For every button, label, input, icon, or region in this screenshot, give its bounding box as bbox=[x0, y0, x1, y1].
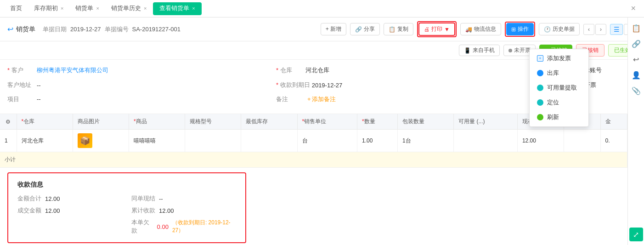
menu-item-add-invoice[interactable]: + 添加发票 bbox=[530, 51, 588, 66]
logistics-button[interactable]: 🚚 物流信息 bbox=[460, 23, 501, 35]
tab-inventory-close[interactable]: × bbox=[61, 6, 63, 11]
payment-due: 本单欠款 0.00 （收款到期日: 2019-12-27） bbox=[131, 218, 236, 235]
payment-grid: 金额合计 12.00 同单现结 -- 成交金额 12.00 累计收款 12.00… bbox=[17, 194, 236, 235]
menu-item-outbound[interactable]: 出库 bbox=[530, 66, 588, 80]
copy-button[interactable]: 📋 复制 bbox=[384, 23, 413, 35]
doc-meta-section: 单据日期 2019-12-27 单据编号 SA-20191227-001 bbox=[43, 25, 181, 34]
document-header: ↩ 销货单 单据日期 2019-12-27 单据编号 SA-20191227-0… bbox=[0, 17, 644, 41]
subtotal-label: 小计 bbox=[0, 152, 627, 168]
tab-home[interactable]: 首页 bbox=[5, 1, 28, 16]
cumulative-label: 累计收款 bbox=[131, 206, 155, 215]
print-button[interactable]: 🖨 打印 ▼ bbox=[418, 23, 455, 36]
add-note-button[interactable]: + 添加备注 bbox=[307, 95, 336, 103]
project-label: 项目 bbox=[7, 95, 35, 103]
payment-info-box: 收款信息 金额合计 12.00 同单现结 -- 成交金额 12.00 累计收款 … bbox=[7, 172, 246, 243]
payment-total-value: 12.00 bbox=[45, 195, 60, 202]
customer-value[interactable]: 柳州粤港平安气体有限公司 bbox=[35, 65, 110, 75]
td-current-stock: 12.00 bbox=[517, 130, 564, 152]
tab-sales-close[interactable]: × bbox=[96, 6, 99, 11]
td-min-stock bbox=[241, 130, 297, 152]
same-order-label: 同单现结 bbox=[131, 194, 155, 203]
td-model bbox=[185, 130, 241, 152]
add-note-label: 添加备注 bbox=[312, 95, 336, 103]
sidebar-icon-attachment[interactable]: 📎 bbox=[629, 84, 643, 97]
address-label: 客户地址 bbox=[7, 81, 35, 89]
th-quantity: *数量 bbox=[357, 114, 397, 130]
outbound-icon bbox=[537, 70, 543, 76]
sidebar-icon-user[interactable]: 👤 bbox=[629, 68, 643, 82]
copy-label: 复制 bbox=[397, 25, 408, 33]
product-image: 📦 bbox=[78, 133, 92, 148]
td-pack-qty: 1台 bbox=[397, 130, 453, 152]
payment-transaction: 成交金额 12.00 bbox=[17, 206, 122, 215]
share-label: 分享 bbox=[364, 25, 375, 33]
td-product: 嘻嘻嘻嘻 bbox=[129, 130, 185, 152]
history-button[interactable]: 🕐 历史单据 bbox=[539, 23, 580, 35]
tab-view-sales-close[interactable]: × bbox=[192, 6, 195, 11]
print-icon: 🖨 bbox=[424, 26, 429, 33]
operations-dropdown: + 添加发票 出库 可用量提取 定位 刷新 bbox=[529, 49, 589, 127]
ops-highlight-border: ⊞ 操作 bbox=[505, 22, 535, 37]
tab-view-sales[interactable]: 查看销货单 × bbox=[153, 2, 201, 15]
nav-arrows: ‹ › bbox=[583, 24, 606, 35]
payment-same-order: 同单现结 -- bbox=[131, 194, 236, 203]
sidebar-icon-clipboard[interactable]: 📋 bbox=[629, 21, 643, 35]
operations-button[interactable]: ⊞ 操作 bbox=[506, 23, 534, 35]
th-min-stock: 最低库存 bbox=[241, 114, 297, 130]
tab-inventory-label: 库存期初 bbox=[34, 4, 58, 12]
payment-title: 收款信息 bbox=[17, 181, 236, 189]
td-available bbox=[454, 130, 518, 152]
sidebar-icon-expand[interactable]: ⤢ bbox=[629, 228, 643, 241]
th-amount: 金 bbox=[600, 114, 627, 130]
tab-sales-history-label: 销货单历史 bbox=[111, 4, 141, 12]
tab-inventory[interactable]: 库存期初 × bbox=[28, 1, 69, 16]
new-button[interactable]: + 新增 bbox=[321, 23, 346, 35]
warehouse-label: 仓库 bbox=[276, 66, 304, 74]
sidebar-icon-link[interactable]: 🔗 bbox=[629, 37, 643, 51]
doc-date-label: 单据日期 bbox=[43, 25, 67, 34]
payment-date-value: 2019-12-27 bbox=[310, 81, 345, 90]
due-note: （收款到期日: 2019-12-27） bbox=[172, 219, 236, 234]
payment-date-label: 收款到期日 bbox=[276, 81, 310, 89]
next-arrow[interactable]: › bbox=[595, 24, 606, 35]
due-value: 0.00 bbox=[157, 223, 169, 230]
doc-date-value: 2019-12-27 bbox=[70, 26, 101, 33]
td-amount: 0. bbox=[600, 130, 627, 152]
ops-grid-icon: ⊞ bbox=[511, 26, 516, 33]
prev-arrow[interactable]: ‹ bbox=[583, 24, 594, 35]
payment-total: 金额合计 12.00 bbox=[17, 194, 122, 203]
from-phone-button[interactable]: 📱 来自手机 bbox=[459, 45, 500, 56]
doc-actions: + 新增 🔗 分享 📋 复制 🖨 打印 ▼ 🚚 bbox=[321, 21, 637, 37]
td-warehouse: 河北仓库 bbox=[17, 130, 73, 152]
refresh-label: 刷新 bbox=[547, 113, 559, 121]
doc-title-text: 销货单 bbox=[16, 25, 35, 34]
th-available: 可用量 (...) bbox=[454, 114, 518, 130]
th-product: *商品 bbox=[129, 114, 185, 130]
tab-sales-label: 销货单 bbox=[75, 4, 93, 12]
phone-icon: 📱 bbox=[464, 47, 471, 54]
share-button[interactable]: 🔗 分享 bbox=[350, 23, 380, 35]
transaction-label: 成交金额 bbox=[17, 206, 41, 215]
tab-sales-history-close[interactable]: × bbox=[144, 6, 147, 11]
tab-home-label: 首页 bbox=[10, 4, 22, 12]
menu-item-available-qty[interactable]: 可用量提取 bbox=[530, 80, 588, 95]
tab-sales-history[interactable]: 销货单历史 × bbox=[106, 1, 152, 16]
menu-item-refresh[interactable]: 刷新 bbox=[530, 110, 588, 125]
subtotal-row: 小计 bbox=[0, 152, 627, 168]
share-icon: 🔗 bbox=[355, 26, 362, 33]
window-close-button[interactable]: × bbox=[627, 4, 639, 13]
not-open-label: 未开票 bbox=[514, 46, 531, 54]
due-label: 本单欠款 bbox=[131, 218, 153, 235]
th-model: 规格型号 bbox=[185, 114, 241, 130]
menu-item-locate[interactable]: 定位 bbox=[530, 95, 588, 110]
customer-label: 客户 bbox=[7, 66, 35, 74]
th-unit: *销售单位 bbox=[297, 114, 357, 130]
add-invoice-label: 添加发票 bbox=[547, 54, 571, 63]
tab-sales[interactable]: 销货单 × bbox=[70, 1, 104, 16]
list-view-icon[interactable]: ☰ bbox=[610, 24, 623, 35]
th-warehouse: *仓库 bbox=[17, 114, 73, 130]
td-unit: 台 bbox=[297, 130, 357, 152]
th-settings[interactable]: ⚙ bbox=[0, 114, 17, 130]
sidebar-icon-return[interactable]: ↩ bbox=[629, 52, 643, 66]
doc-title-icon: ↩ bbox=[7, 25, 13, 34]
